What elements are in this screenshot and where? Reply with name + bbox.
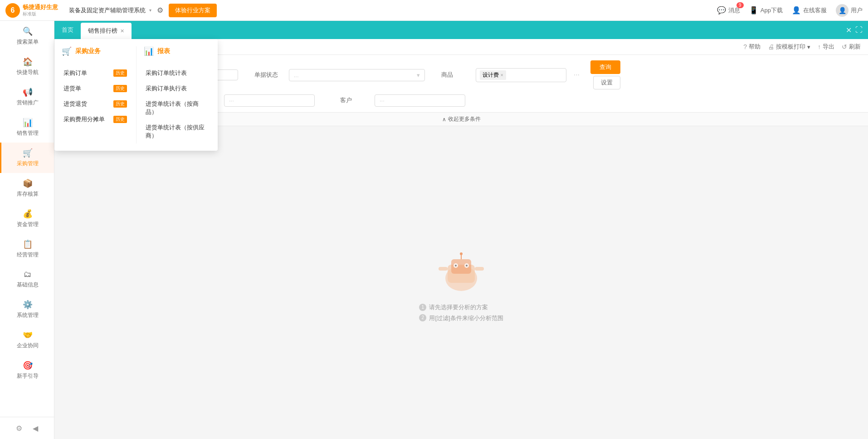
menu-item-receipt-supplier[interactable]: 进货单统计表（按供应商） — [144, 120, 211, 143]
report-section-icon: 📊 — [144, 46, 154, 56]
menu-item-purchase-order[interactable]: 采购订单 历史 — [62, 65, 129, 81]
report-section-title: 📊 报表 — [144, 46, 211, 60]
menu-badge-return: 历史 — [113, 100, 127, 108]
menu-item-receipt[interactable]: 进货单 历史 — [62, 81, 129, 96]
menu-badge-receipt: 历史 — [113, 85, 127, 92]
menu-item-return[interactable]: 进货退货 历史 — [62, 96, 129, 112]
menu-item-cost[interactable]: 采购费用分摊单 历史 — [62, 112, 129, 127]
menu-item-order-stat[interactable]: 采购订单统计表 — [144, 65, 211, 81]
menu-badge-cost: 历史 — [113, 116, 127, 123]
menu-item-receipt-goods[interactable]: 进货单统计表（按商品） — [144, 96, 211, 120]
menu-badge-purchase-order: 历史 — [113, 69, 127, 77]
purchase-section-title: 🛒 采购业务 — [62, 46, 129, 60]
purchase-dropdown-menu: 🛒 采购业务 采购订单 历史 进货单 历史 进货退货 历史 采购费用分摊单 — [54, 39, 218, 151]
purchase-section-icon: 🛒 — [62, 46, 72, 56]
menu-section-report: 📊 报表 采购订单统计表 采购订单执行表 进货单统计表（按商品） 进货单统计表（… — [136, 46, 218, 143]
menu-item-order-exec[interactable]: 采购订单执行表 — [144, 81, 211, 96]
menu-section-purchase: 🛒 采购业务 采购订单 历史 进货单 历史 进货退货 历史 采购费用分摊单 — [54, 46, 136, 143]
